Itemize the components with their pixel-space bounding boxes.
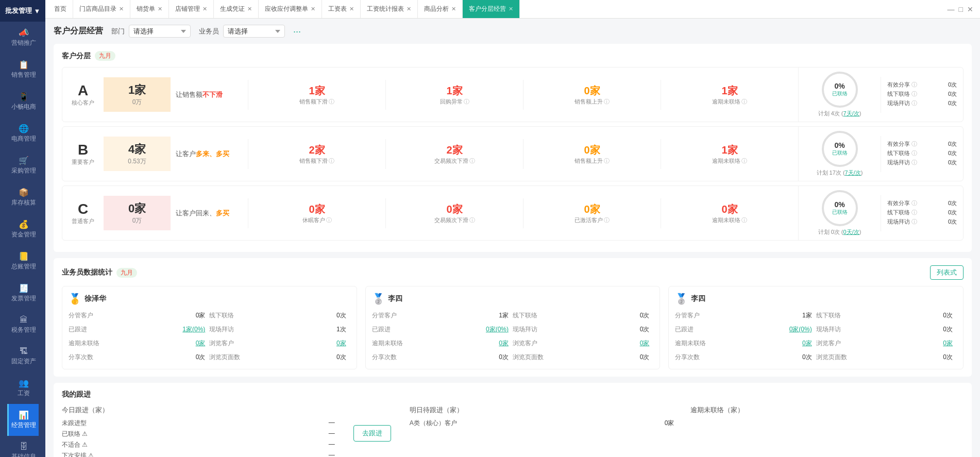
info-icon[interactable]: ⓘ: [741, 216, 747, 224]
tab-close-product-analysis[interactable]: ✕: [451, 6, 456, 12]
right-stat-2: 现场拜访 ⓘ 0次: [887, 159, 957, 166]
sidebar-icon-invoice: 🧾: [11, 283, 36, 293]
sidebar-item-inventory[interactable]: 📦库存核算: [7, 181, 39, 213]
sidebar-item-ledger[interactable]: 📒总账管理: [7, 245, 39, 277]
customer-tier-section: 客户分层 九月 A 核心客户 1家 0万 让销售额不下滑 1家 销售额下滑 ⓘ …: [54, 44, 972, 252]
right-stat-1: 线下联络 ⓘ 0次: [887, 90, 957, 98]
tab-close-customer-tier[interactable]: ✕: [509, 6, 513, 12]
tier-slogan-c: 让客户回来、多买: [171, 204, 248, 223]
sidebar-logo[interactable]: 批发管理 ▼: [0, 0, 45, 22]
right-stat-label: 现场拜访 ⓘ: [887, 159, 917, 166]
staff1-stat-4: 逾期未联络 0家: [372, 338, 513, 349]
sidebar-item-base[interactable]: 🗄基础信息: [7, 436, 39, 457]
medal-icon-2: 🥈: [675, 293, 688, 305]
staff-name-text-2: 李四: [691, 294, 705, 303]
tier-label-b: B 重要客户: [62, 136, 104, 172]
tab-receivable[interactable]: 应收应付调整单✕: [259, 0, 322, 18]
tab-close-salary-table[interactable]: ✕: [349, 6, 354, 12]
list-view-button[interactable]: 列表式: [930, 265, 964, 280]
tier-stats-b: 2家 销售额下滑 ⓘ 2家 交易频次下滑 ⓘ 0家 销售额上升 ⓘ 1家 逾期未…: [248, 139, 798, 169]
tab-salary-report[interactable]: 工资统计报表✕: [361, 0, 418, 18]
stat-label: 销售额下滑 ⓘ: [299, 157, 334, 165]
tab-label-store-products: 门店商品目录: [79, 5, 116, 13]
sidebar-label-sales: 销售管理: [11, 71, 36, 78]
tab-salary-table[interactable]: 工资表✕: [322, 0, 361, 18]
staff-card-2: 🥈 李四 分管客户 1家 线下联络 0次 已跟进 0家(0%) 现场拜访 0次 …: [668, 286, 964, 369]
info-icon[interactable]: ⓘ: [604, 98, 610, 106]
tab-voucher[interactable]: 生成凭证✕: [214, 0, 259, 18]
tab-customer-tier[interactable]: 客户分层经营✕: [463, 0, 520, 18]
staff-select[interactable]: 请选择: [223, 25, 285, 38]
staff-cards: 🥇 徐泽华 分管客户 0家 线下联络 0次 已跟进 1家(0%) 现场拜访 1次…: [62, 286, 964, 369]
info-icon[interactable]: ⓘ: [329, 98, 334, 106]
biz-stats-title: 业务员数据统计 九月: [62, 268, 137, 278]
sidebar-item-invoice[interactable]: 🧾发票管理: [7, 277, 39, 309]
stat-label: 交易频次下滑 ⓘ: [434, 157, 475, 165]
dept-select[interactable]: 请选择: [129, 25, 191, 38]
sidebar-item-marketing[interactable]: 📣营销推广: [7, 22, 39, 54]
sidebar: 批发管理 ▼ 📣营销推广📋销售管理📱小畅电商🌐电商管理🛒采购管理📦库存核算💰资金…: [0, 0, 45, 457]
tab-label-customer-tier: 客户分层经营: [469, 5, 506, 13]
info-icon[interactable]: ⓘ: [741, 157, 747, 165]
tab-restore-button[interactable]: □: [959, 5, 963, 13]
tab-store-mgmt[interactable]: 店铺管理✕: [169, 0, 214, 18]
sidebar-item-finance[interactable]: 💰资金管理: [7, 213, 39, 245]
page-title: 客户分层经营: [54, 26, 103, 37]
info-icon[interactable]: ⓘ: [329, 157, 334, 165]
sidebar-item-ops[interactable]: 📊经营管理: [7, 404, 39, 436]
info-icon[interactable]: ⓘ: [604, 216, 610, 224]
tab-sales-order[interactable]: 销货单✕: [130, 0, 169, 18]
right-stat-1: 线下联络 ⓘ 0次: [887, 149, 957, 157]
tier-count-c: 0家 0万: [104, 196, 171, 230]
tier-stats-a: 1家 销售额下滑 ⓘ 1家 回购异常 ⓘ 0家 销售额上升 ⓘ 1家 逾期未联络…: [248, 80, 798, 110]
info-icon[interactable]: ⓘ: [469, 216, 475, 224]
sidebar-item-xiaodian[interactable]: 📱小畅电商: [7, 86, 39, 117]
right-stat-label: 有效分享 ⓘ: [887, 140, 917, 148]
sidebar-item-purchase[interactable]: 🛒采购管理: [7, 149, 39, 181]
tab-close-salary-report[interactable]: ✕: [407, 6, 411, 12]
info-icon[interactable]: ⓘ: [464, 98, 469, 106]
today-row-3: 下次安排 ⚠—: [62, 450, 335, 457]
tier-row-c: C 普通客户 0家 0万 让客户回来、多买 0家 休眠客户 ⓘ 0家 交易频次下…: [62, 185, 964, 241]
info-icon[interactable]: ⓘ: [326, 216, 332, 224]
right-stat-val: 0次: [948, 199, 957, 207]
tier-b-stat-1: 2家 交易频次下滑 ⓘ: [385, 139, 523, 169]
tier-contact-a: 0% 已联络 计划 4次 (7天/次): [798, 67, 881, 122]
sidebar-item-fixedasset[interactable]: 🏗固定资产: [7, 341, 39, 372]
tab-store-products[interactable]: 门店商品目录✕: [73, 0, 130, 18]
staff1-stat-6: 分享次数 0次: [372, 352, 513, 363]
tab-product-analysis[interactable]: 商品分析✕: [418, 0, 463, 18]
staff2-stat-2: 已跟进 0家(0%): [675, 324, 816, 335]
sidebar-icon-marketing: 📣: [11, 28, 36, 38]
more-filter-icon[interactable]: ···: [293, 27, 301, 36]
tab-home[interactable]: 首页: [48, 0, 73, 18]
right-stat-label: 线下联络 ⓘ: [887, 90, 917, 98]
info-icon[interactable]: ⓘ: [604, 157, 610, 165]
sidebar-item-hr[interactable]: 👥工资: [7, 372, 39, 404]
sidebar-icon-ecommerce: 🌐: [11, 124, 36, 133]
tab-label-salary-report: 工资统计报表: [367, 5, 404, 13]
stat-label: 销售额上升 ⓘ: [575, 157, 610, 165]
tab-label-receivable: 应收应付调整单: [265, 5, 308, 13]
tab-close-store-products[interactable]: ✕: [119, 6, 124, 12]
tab-close-sales-order[interactable]: ✕: [158, 6, 162, 12]
tab-close-receivable[interactable]: ✕: [311, 6, 315, 12]
info-icon[interactable]: ⓘ: [741, 98, 747, 106]
tier-right-stats-a: 有效分享 ⓘ 0次 线下联络 ⓘ 0次 现场拜访 ⓘ 0次: [881, 77, 963, 113]
contact-circle: 0% 已联络: [822, 190, 858, 226]
tab-close-store-mgmt[interactable]: ✕: [202, 6, 207, 12]
info-icon[interactable]: ⓘ: [469, 157, 475, 165]
today-followup-title: 今日跟进（家）: [62, 405, 335, 415]
tab-close-button[interactable]: ✕: [967, 5, 973, 13]
stat-num: 0家: [721, 202, 737, 216]
tab-close-voucher[interactable]: ✕: [247, 6, 252, 12]
goto-followup-button[interactable]: 去跟进: [353, 425, 391, 442]
sidebar-label-hr: 工资: [18, 390, 30, 397]
sidebar-label-tax: 税务管理: [11, 326, 36, 333]
stat-label: 休眠客户 ⓘ: [302, 216, 332, 224]
sidebar-item-sales[interactable]: 📋销售管理: [7, 54, 39, 86]
right-stat-val: 0次: [948, 218, 957, 226]
sidebar-item-tax[interactable]: 🏛税务管理: [7, 309, 39, 341]
sidebar-item-ecommerce[interactable]: 🌐电商管理: [7, 117, 39, 149]
tab-minimize-button[interactable]: —: [948, 5, 955, 13]
